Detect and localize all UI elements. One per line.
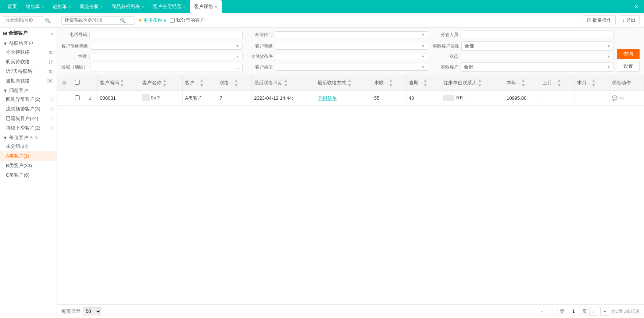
field-price-grade-select[interactable]: ▼ [90, 43, 243, 50]
field-nature-select[interactable]: ▼ [89, 53, 243, 60]
nav-customer-contact-close[interactable]: × [215, 4, 217, 9]
field-region: 区域（地区） ... [61, 63, 243, 71]
setting-button[interactable]: 设置 [617, 61, 640, 72]
query-button[interactable]: 查询 [617, 49, 640, 59]
next-page-btn[interactable]: › [589, 307, 598, 316]
sidebar-item-overdue[interactable]: 逾期未联络 (30) [0, 76, 57, 86]
prev-page-btn[interactable]: ‹ [549, 307, 558, 316]
col-overdue[interactable]: 逾期... ▲▼ [406, 75, 441, 91]
sidebar-item-warning[interactable]: 流失预警客户(3) ⓘ [0, 104, 57, 114]
sidebar-collapse-icon[interactable]: ‹‹ [50, 31, 54, 36]
nav-customer-mgmt[interactable]: 客户分层经营 × [149, 0, 190, 13]
export-button[interactable]: ↑ 导出 [619, 15, 640, 25]
col-this-year[interactable]: 本年... ▲▼ [504, 75, 540, 91]
row-checkbox[interactable] [75, 95, 80, 100]
field-scatter-attr-select[interactable]: 全部 ▼ [461, 41, 614, 51]
filter-search-icon[interactable]: 🔍 [120, 18, 126, 23]
settings-gear-icon[interactable]: ⚙ [62, 80, 67, 86]
col-last-way[interactable]: 最后联络方式 ▲▼ [315, 75, 372, 91]
nav-product-analysis-close[interactable]: × [100, 4, 103, 9]
nav-purchase[interactable]: 进货单 × [48, 0, 75, 13]
bottom-bar: 每页显示 20 50 100 200 « ‹ 第 页 › » 共1页 1条记录 [57, 304, 644, 318]
sidebar-item-declining[interactable]: 持续下滑客户(2) ⓘ [0, 123, 57, 133]
field-scatter-customer-label: 零散客户 [433, 64, 458, 70]
nav-purchase-close[interactable]: × [68, 4, 71, 9]
sidebar: 🔍 ⊞ 全部客户 ‹‹ ▼ 待联络客户 今天待联络 (0) 明天待联络 (1) … [0, 13, 57, 318]
sidebar-search-input[interactable] [3, 16, 43, 24]
field-phone-input[interactable] [89, 31, 243, 39]
last-page-btn[interactable]: » [600, 307, 609, 316]
action-gear-icon[interactable]: ⚙ [620, 95, 624, 101]
col-last-date[interactable]: 最后联络日期 ▲▼ [252, 75, 315, 91]
last-way-link[interactable]: 下销货单 [318, 95, 337, 101]
field-person-select[interactable]: ... [461, 31, 614, 39]
select-all-checkbox[interactable] [75, 80, 80, 85]
sidebar-item-a-class[interactable]: A类客户(1) [0, 151, 57, 161]
nav-product-analysis-list[interactable]: 商品分析列表 × [107, 0, 148, 13]
col-settings[interactable]: ⚙ [57, 75, 72, 91]
field-customer-type-select[interactable]: ▼ [275, 64, 428, 71]
edit-icon[interactable]: ✎ [35, 135, 39, 141]
field-region-select[interactable]: ... [90, 63, 243, 71]
sidebar-item-today[interactable]: 今天待联络 (0) [0, 47, 57, 57]
batch-op-button[interactable]: ☑ 批量操作 [583, 15, 616, 25]
nav-product-analysis[interactable]: 商品分析 × [75, 0, 107, 13]
col-type[interactable]: 客户... ▲▼ [183, 75, 217, 91]
field-customer-grade-select[interactable]: ▼ [275, 43, 428, 50]
col-last-month[interactable]: 上月... ▲▼ [540, 75, 575, 91]
sidebar-group-problem[interactable]: ▼ 问题客户 [0, 86, 57, 95]
field-status-select[interactable]: ▼ [461, 53, 614, 60]
sidebar-item-ungroup[interactable]: 未分组(32) [0, 142, 57, 151]
col-no-contact[interactable]: 未联... ▲▼ [372, 75, 406, 91]
arrow-down-icon2: ▼ [3, 88, 8, 93]
row-this-month [575, 91, 609, 106]
info-icon3: ⓘ [50, 116, 54, 121]
sidebar-grid-icon: ⊞ [3, 31, 7, 36]
dept-caret: ▼ [421, 33, 425, 37]
row-last-month [540, 91, 575, 106]
field-payment-select[interactable]: ▼ [275, 53, 428, 60]
col-unit-contact[interactable]: 往来单位联系人 ▲▼ [441, 75, 504, 91]
filter-more-btn[interactable]: ▼ 更多条件 ∨ [138, 17, 167, 24]
chat-icon[interactable]: 💬 [612, 95, 618, 101]
filter-search-input[interactable] [65, 18, 120, 23]
sidebar-group-pending[interactable]: ▼ 待联络客户 [0, 39, 57, 47]
refresh-icon[interactable]: ↻ [30, 135, 34, 141]
field-scatter-customer-select[interactable]: 全部 ▼ [461, 62, 614, 72]
col-name[interactable]: 客户名称 ▲▼ [140, 75, 183, 91]
my-customers-checkbox[interactable] [170, 18, 175, 23]
nav-customer-contact[interactable]: 客户联络 × [190, 0, 221, 13]
field-dept-select[interactable]: ▼ [275, 31, 428, 38]
nav-customer-mgmt-close[interactable]: × [183, 4, 185, 9]
nav-sales[interactable]: 销售单 × [21, 0, 48, 13]
col-this-month[interactable]: 本月... ▲▼ [575, 75, 609, 91]
row-type: A类客户 [183, 91, 217, 106]
row-last-way: 下销货单 [315, 91, 372, 106]
page-size-select[interactable]: 20 50 100 200 [83, 307, 101, 315]
payment-caret: ▼ [421, 54, 425, 59]
row-this-year: 10995.00 [504, 91, 540, 106]
sidebar-group-value[interactable]: ▼ 价值客户 ↻ ✎ [0, 133, 57, 142]
col-code[interactable]: 客户编码 ▲▼ [97, 75, 140, 91]
row-overdue: 48 [406, 91, 441, 106]
page-label: 第 [560, 308, 565, 315]
sidebar-item-tomorrow[interactable]: 明天待联络 (1) [0, 57, 57, 67]
filter-row-1: 电话号码 分管部门 ▼ 分管人员 [61, 31, 614, 39]
first-page-btn[interactable]: « [538, 307, 547, 316]
nav-home[interactable]: 首页 [3, 0, 21, 13]
sidebar-item-c-class[interactable]: C类客户(6) [0, 170, 57, 180]
sidebar-item-7days[interactable]: 近7天待联络 (0) [0, 67, 57, 76]
sidebar-search-icon[interactable]: 🔍 [45, 18, 51, 23]
top-actions: ☑ 批量操作 ↑ 导出 [583, 15, 640, 25]
sidebar-all-customers[interactable]: ⊞ 全部客户 ‹‹ [0, 28, 57, 39]
field-phone: 电话号码 [61, 31, 243, 39]
window-close[interactable]: × [632, 3, 641, 10]
col-contact-count[interactable]: 联络... ▲▼ [217, 75, 252, 91]
sidebar-item-abnormal[interactable]: 回购异常客户(2) ⓘ [0, 95, 57, 104]
page-input[interactable] [567, 308, 580, 315]
field-scatter-attr: 零散客户属性 全部 ▼ [433, 41, 614, 51]
sidebar-item-lost[interactable]: 已流失客户(24) ⓘ [0, 114, 57, 123]
nav-product-analysis-list-close[interactable]: × [142, 4, 144, 9]
sidebar-item-b-class[interactable]: B类客户(33) [0, 161, 57, 170]
nav-sales-close[interactable]: × [42, 4, 44, 9]
